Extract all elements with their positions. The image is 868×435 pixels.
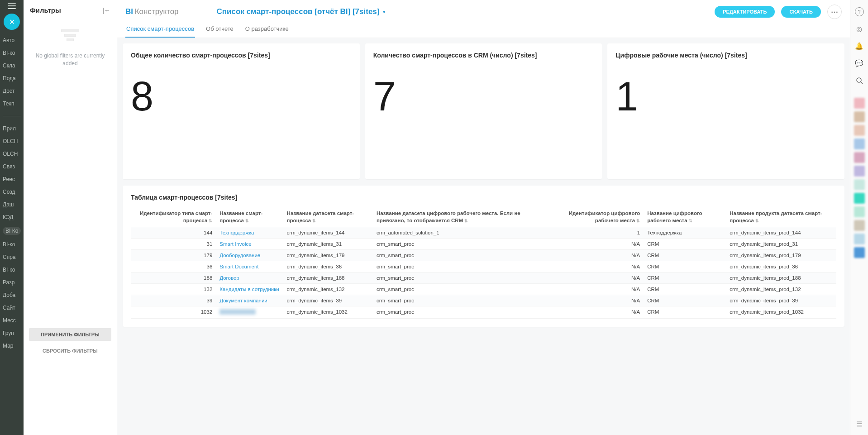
search-icon[interactable]	[855, 76, 864, 85]
chevron-down-icon[interactable]: ▾	[383, 9, 386, 15]
avatar[interactable]	[854, 166, 865, 177]
table-cell: crm_dynamic_items_132	[283, 284, 373, 295]
table-cell: CRM	[644, 295, 726, 306]
table-cell[interactable]: Кандидаты в сотрудники	[216, 284, 283, 295]
avatar[interactable]	[854, 220, 865, 231]
table-cell: crm_dynamic_items_prod_31	[726, 239, 836, 250]
table-cell: 132	[131, 284, 216, 295]
avatar[interactable]	[854, 206, 865, 217]
table-cell: crm_smart_proc	[373, 261, 549, 272]
drawer-item[interactable]: Груп	[3, 330, 21, 336]
table-row: 144Техподдержкаcrm_dynamic_items_144crm_…	[131, 227, 836, 239]
drawer-item[interactable]: Авто	[3, 37, 21, 43]
drawer-item[interactable]: Скла	[3, 62, 21, 69]
tab[interactable]: Список смарт-процессов	[125, 25, 195, 38]
drawer-item[interactable]: Даш	[3, 201, 21, 208]
table-cell[interactable]: Smart Document	[216, 261, 283, 272]
drawer-item[interactable]: OLCH	[3, 138, 21, 144]
list-icon[interactable]: ☰	[855, 420, 864, 429]
avatar[interactable]	[854, 125, 865, 136]
table-cell: crm_dynamic_items_prod_36	[726, 261, 836, 272]
column-header[interactable]: Название смарт-процесса⇅	[216, 207, 283, 227]
table-cell: crm_dynamic_items_36	[283, 261, 373, 272]
table-cell: 144	[131, 227, 216, 239]
column-header[interactable]: Название датасета цифрового рабочего мес…	[373, 207, 549, 227]
tab[interactable]: Об отчете	[205, 25, 234, 38]
table-cell: CRM	[644, 261, 726, 272]
drawer-item[interactable]: BI-ко	[3, 241, 21, 248]
table-cell: Техподдержка	[644, 227, 726, 239]
avatar[interactable]	[854, 247, 865, 258]
apply-filters-button[interactable]: ПРИМЕНИТЬ ФИЛЬТРЫ	[29, 328, 111, 341]
drawer-item[interactable]: Месс	[3, 317, 21, 324]
avatar[interactable]	[854, 98, 865, 109]
bell-icon[interactable]: 🔔	[855, 42, 864, 51]
chat-icon[interactable]: 💬	[855, 59, 864, 68]
brand: BI Конструктор	[125, 7, 179, 16]
download-button[interactable]: СКАЧАТЬ	[781, 6, 821, 18]
page-title[interactable]: Список смарт-процессов [отчёт BI] [7site…	[217, 7, 380, 16]
drawer-item[interactable]: Сайт	[3, 305, 21, 311]
drawer-item[interactable]: BI Ко	[3, 227, 21, 235]
table-row: 31Smart Invoicecrm_dynamic_items_31crm_s…	[131, 239, 836, 250]
table-cell[interactable]: Техподдержка	[216, 227, 283, 239]
column-header[interactable]: Название цифрового рабочего места⇅	[644, 207, 726, 227]
drawer-item[interactable]: Реес	[3, 176, 21, 182]
table-cell[interactable]: Дооборудование	[216, 250, 283, 261]
drawer-item[interactable]: OLCH	[3, 151, 21, 157]
table-cell: crm_dynamic_items_prod_144	[726, 227, 836, 239]
avatar[interactable]	[854, 234, 865, 244]
avatar[interactable]	[854, 139, 865, 149]
drawer-item[interactable]: Мар	[3, 343, 21, 349]
table-row: 132Кандидаты в сотрудникиcrm_dynamic_ite…	[131, 284, 836, 295]
drawer-item[interactable]: Дост	[3, 88, 21, 94]
drawer-item[interactable]: Спра	[3, 254, 21, 260]
drawer-item[interactable]: BI-ко	[3, 50, 21, 56]
drawer-item[interactable]: Разр	[3, 279, 21, 286]
table-cell[interactable]: Договор	[216, 272, 283, 284]
drawer-item[interactable]: Доба	[3, 292, 21, 298]
table-cell: CRM	[644, 250, 726, 261]
drawer-item[interactable]: BI-ко	[3, 267, 21, 273]
spiral-icon[interactable]: ◎	[855, 24, 864, 33]
column-header[interactable]: Идентификатор типа смарт-процесса⇅	[131, 207, 216, 227]
tab[interactable]: О разработчике	[244, 25, 290, 38]
avatar[interactable]	[854, 193, 865, 204]
more-button[interactable]: ⋯	[827, 5, 842, 19]
table-cell: 1032	[131, 306, 216, 319]
avatar[interactable]	[854, 179, 865, 190]
edit-button[interactable]: РЕДАКТИРОВАТЬ	[715, 6, 775, 18]
column-header[interactable]: Идентификатор цифрового рабочего места⇅	[549, 207, 644, 227]
hamburger-icon[interactable]	[8, 3, 16, 9]
table-cell: 1	[549, 227, 644, 239]
left-drawer: ✕ АвтоBI-коСклаПодаДостТехпПрилOLCHOLCHС…	[0, 0, 24, 435]
column-header[interactable]: Название продукта датасета смарт-процесс…	[726, 207, 836, 227]
table-cell[interactable]	[216, 306, 283, 319]
table-cell: N/A	[549, 261, 644, 272]
table-cell: crm_smart_proc	[373, 284, 549, 295]
reset-filters-button[interactable]: СБРОСИТЬ ФИЛЬТРЫ	[29, 344, 111, 357]
table-cell: CRM	[644, 284, 726, 295]
filter-panel: Фильтры |← No global filters are current…	[24, 0, 117, 435]
avatar[interactable]	[854, 152, 865, 163]
metric-card: Общее количество смарт-процессов [7sites…	[123, 43, 360, 179]
drawer-item[interactable]: Пода	[3, 75, 21, 81]
drawer-item[interactable]: Связ	[3, 163, 21, 170]
drawer-item[interactable]: Созд	[3, 189, 21, 195]
drawer-item[interactable]: Техп	[3, 100, 21, 107]
card-title: Количество смарт-процессов в CRM (число)…	[373, 52, 594, 59]
help-icon[interactable]: ?	[855, 7, 864, 16]
table-cell[interactable]: Smart Invoice	[216, 239, 283, 250]
filters-empty-text: No global filters are currently added	[30, 52, 110, 67]
drawer-item[interactable]: КЭД	[3, 214, 21, 220]
close-button[interactable]: ✕	[4, 14, 20, 30]
svg-point-0	[857, 78, 861, 82]
table-cell: crm_smart_proc	[373, 250, 549, 261]
avatar-list	[854, 98, 865, 258]
table-cell[interactable]: Документ компании	[216, 295, 283, 306]
table-title: Таблица смарт-процессов [7sites]	[131, 194, 836, 201]
column-header[interactable]: Название датасета смарт-процесса⇅	[283, 207, 373, 227]
avatar[interactable]	[854, 111, 865, 122]
collapse-icon[interactable]: |←	[102, 7, 110, 14]
drawer-item[interactable]: Прил	[3, 125, 21, 132]
